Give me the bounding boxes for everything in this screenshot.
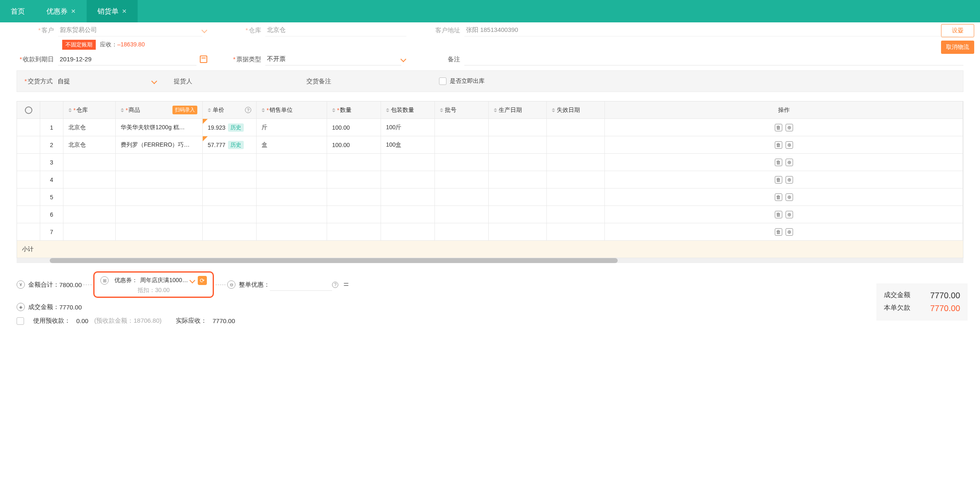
delivery-note-input[interactable] bbox=[335, 75, 422, 87]
trash-icon[interactable]: 🗑 bbox=[775, 159, 782, 166]
cell-product[interactable]: 费列罗（FERRERO）巧… bbox=[116, 136, 203, 154]
chevron-down-icon[interactable] bbox=[958, 28, 963, 33]
cell-pkg[interactable] bbox=[381, 206, 435, 223]
col-qty[interactable]: *数量 bbox=[327, 101, 381, 119]
ship-now-checkbox[interactable] bbox=[439, 77, 446, 85]
order-discount-input[interactable] bbox=[270, 278, 332, 291]
add-row-icon[interactable]: ⊕ bbox=[786, 141, 793, 149]
cell-exp[interactable] bbox=[547, 154, 605, 171]
col-mfg[interactable]: 生产日期 bbox=[489, 101, 547, 119]
cell-pkg[interactable]: 100斤 bbox=[381, 119, 435, 136]
col-price[interactable]: 单价? bbox=[203, 101, 257, 119]
add-row-icon[interactable]: ⊕ bbox=[786, 211, 793, 218]
cell-product[interactable]: 华美华夫软饼1200g 糕… bbox=[116, 119, 203, 136]
col-warehouse[interactable]: *仓库 bbox=[63, 101, 116, 119]
cell-mfg[interactable] bbox=[489, 171, 547, 188]
cust-addr-input[interactable] bbox=[464, 24, 958, 36]
cell-lot[interactable] bbox=[435, 223, 489, 241]
cell-qty[interactable] bbox=[327, 171, 381, 188]
cell-unit[interactable] bbox=[257, 171, 327, 188]
cell-exp[interactable] bbox=[547, 119, 605, 136]
cell-qty[interactable] bbox=[327, 223, 381, 241]
col-exp[interactable]: 失效日期 bbox=[547, 101, 605, 119]
chevron-down-icon[interactable] bbox=[152, 79, 157, 84]
cell-lot[interactable] bbox=[435, 171, 489, 188]
horizontal-scrollbar[interactable] bbox=[17, 258, 963, 263]
cell-exp[interactable] bbox=[547, 206, 605, 223]
cell-warehouse[interactable] bbox=[63, 171, 116, 188]
cell-mfg[interactable] bbox=[489, 119, 547, 136]
cell-price[interactable] bbox=[203, 188, 257, 206]
table-row[interactable]: 7🗑⊕ bbox=[17, 223, 963, 241]
cell-warehouse[interactable]: 北京仓 bbox=[63, 136, 116, 154]
trash-icon[interactable]: 🗑 bbox=[775, 193, 782, 201]
cell-price[interactable] bbox=[203, 154, 257, 171]
info-icon[interactable]: ? bbox=[245, 107, 251, 113]
cell-product[interactable] bbox=[116, 188, 203, 206]
cell-warehouse[interactable]: 北京仓 bbox=[63, 119, 116, 136]
add-row-icon[interactable]: ⊕ bbox=[786, 124, 793, 131]
cell-mfg[interactable] bbox=[489, 188, 547, 206]
use-prepay-checkbox[interactable] bbox=[17, 317, 24, 325]
cell-mfg[interactable] bbox=[489, 136, 547, 154]
cell-unit[interactable] bbox=[257, 154, 327, 171]
col-pkg[interactable]: 包装数量 bbox=[381, 101, 435, 119]
cell-lot[interactable] bbox=[435, 188, 489, 206]
add-row-icon[interactable]: ⊕ bbox=[786, 159, 793, 166]
pay-due-input[interactable] bbox=[58, 53, 196, 65]
cell-exp[interactable] bbox=[547, 171, 605, 188]
cell-mfg[interactable] bbox=[489, 206, 547, 223]
chevron-down-icon[interactable] bbox=[401, 57, 406, 62]
col-product[interactable]: *商品扫码录入 bbox=[116, 101, 203, 119]
cell-product[interactable] bbox=[116, 171, 203, 188]
add-row-icon[interactable]: ⊕ bbox=[786, 228, 793, 236]
cancel-logistics-button[interactable]: 取消物流 bbox=[941, 41, 974, 54]
table-row[interactable]: 3🗑⊕ bbox=[17, 154, 963, 171]
scan-input-badge[interactable]: 扫码录入 bbox=[172, 106, 197, 114]
remark-input[interactable] bbox=[464, 53, 963, 65]
tab-home[interactable]: 首页 bbox=[0, 0, 36, 22]
cell-unit[interactable] bbox=[257, 206, 327, 223]
refresh-icon[interactable]: ⟳ bbox=[198, 276, 207, 285]
customer-input[interactable] bbox=[58, 24, 202, 36]
cell-warehouse[interactable] bbox=[63, 188, 116, 206]
table-row[interactable]: 6🗑⊕ bbox=[17, 206, 963, 223]
trash-icon[interactable]: 🗑 bbox=[775, 124, 782, 131]
cell-product[interactable] bbox=[116, 223, 203, 241]
close-icon[interactable]: ✕ bbox=[122, 8, 127, 14]
cell-qty[interactable]: 100.00 bbox=[327, 119, 381, 136]
info-icon[interactable]: ? bbox=[332, 282, 338, 288]
cell-pkg[interactable] bbox=[381, 188, 435, 206]
cell-pkg[interactable] bbox=[381, 171, 435, 188]
trash-icon[interactable]: 🗑 bbox=[775, 141, 782, 149]
picker-input[interactable] bbox=[196, 75, 290, 87]
table-row[interactable]: 1北京仓华美华夫软饼1200g 糕…19.923历史斤100.00100斤🗑⊕ bbox=[17, 119, 963, 136]
coupon-value[interactable]: 周年店庆满1000… bbox=[140, 277, 188, 284]
trash-icon[interactable]: 🗑 bbox=[775, 176, 782, 184]
cell-price[interactable] bbox=[203, 171, 257, 188]
cell-pkg[interactable] bbox=[381, 223, 435, 241]
cell-warehouse[interactable] bbox=[63, 206, 116, 223]
add-row-icon[interactable]: ⊕ bbox=[786, 193, 793, 201]
cell-qty[interactable] bbox=[327, 188, 381, 206]
cell-pkg[interactable]: 100盒 bbox=[381, 136, 435, 154]
cell-price[interactable]: 57.777历史 bbox=[203, 136, 257, 154]
calendar-icon[interactable] bbox=[200, 56, 207, 63]
cell-unit[interactable]: 斤 bbox=[257, 119, 327, 136]
cell-warehouse[interactable] bbox=[63, 154, 116, 171]
cell-lot[interactable] bbox=[435, 154, 489, 171]
cell-mfg[interactable] bbox=[489, 154, 547, 171]
cell-lot[interactable] bbox=[435, 136, 489, 154]
table-row[interactable]: 4🗑⊕ bbox=[17, 171, 963, 188]
tab-sales-order[interactable]: 销货单 ✕ bbox=[87, 0, 138, 22]
close-icon[interactable]: ✕ bbox=[71, 8, 76, 14]
chevron-down-icon[interactable] bbox=[190, 278, 195, 283]
cell-lot[interactable] bbox=[435, 119, 489, 136]
trash-icon[interactable]: 🗑 bbox=[775, 211, 782, 218]
gear-icon[interactable] bbox=[25, 106, 32, 114]
cell-unit[interactable]: 盒 bbox=[257, 136, 327, 154]
cell-product[interactable] bbox=[116, 206, 203, 223]
col-lot[interactable]: 批号 bbox=[435, 101, 489, 119]
cell-exp[interactable] bbox=[547, 188, 605, 206]
chevron-down-icon[interactable] bbox=[202, 28, 207, 33]
